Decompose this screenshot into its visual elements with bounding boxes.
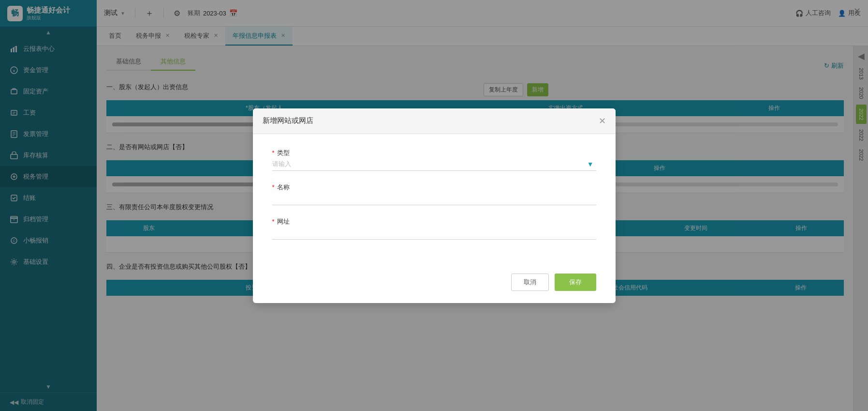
modal-header: 新增网站或网店 ✕ [253,108,616,134]
name-input[interactable] [272,192,596,205]
modal-overlay: 新增网站或网店 ✕ *类型 ▼ *名称 *网址 [0,0,868,411]
form-row-url: *网址 [272,217,596,240]
type-input-wrap: ▼ [272,157,596,171]
modal-footer: 取消 保存 [253,266,616,303]
form-row-name: *名称 [272,183,596,205]
form-row-type: *类型 ▼ [272,149,596,171]
modal-close-button[interactable]: ✕ [599,116,606,126]
modal-body: *类型 ▼ *名称 *网址 [253,134,616,266]
url-input-wrap [272,226,596,240]
type-input[interactable] [272,157,596,171]
modal-add-website: 新增网站或网店 ✕ *类型 ▼ *名称 *网址 [253,108,616,303]
modal-title: 新增网站或网店 [263,116,313,125]
name-input-wrap [272,192,596,205]
url-required-mark: * [272,218,275,225]
save-button[interactable]: 保存 [555,274,596,291]
name-required-mark: * [272,183,275,191]
type-required-mark: * [272,149,275,156]
cancel-button[interactable]: 取消 [511,274,549,291]
name-label: 名称 [277,183,290,192]
url-input[interactable] [272,226,596,240]
url-label: 网址 [277,217,290,226]
type-label: 类型 [277,149,290,157]
